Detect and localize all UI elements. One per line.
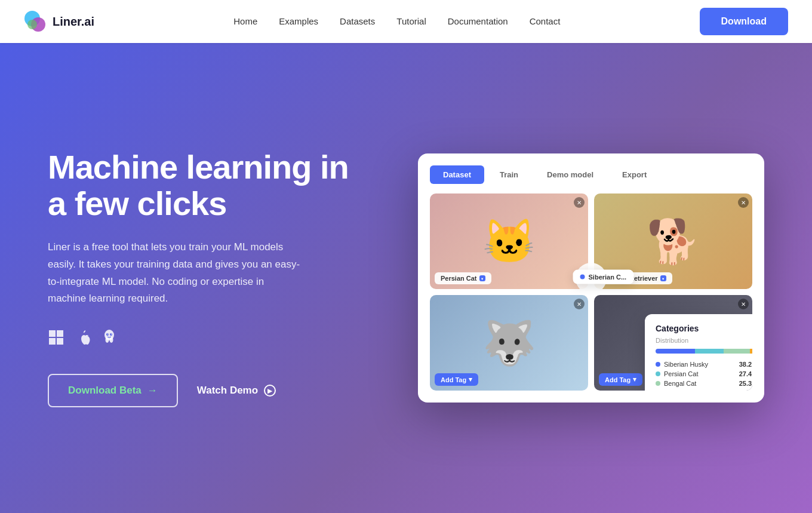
apple-icon	[75, 329, 91, 350]
hero-section: Machine learning in a few clicks Liner i…	[0, 43, 812, 513]
svg-point-13	[111, 334, 112, 335]
dist-seg-bengal	[724, 349, 750, 354]
add-tag-black-dog[interactable]: Add Tag ▾	[599, 373, 642, 386]
nav-home[interactable]: Home	[233, 16, 257, 26]
distribution-label: Distribution	[656, 337, 752, 344]
cat-row-0: Siberian Husky 38.2 %	[656, 361, 752, 368]
siberian-tooltip: Siberian C...	[573, 269, 634, 284]
app-mockup: Dataset Train Demo model Export 🐱 ✕ Pers…	[418, 153, 764, 403]
persian-cat-label: Persian Cat	[441, 275, 477, 282]
nav-documentation[interactable]: Documentation	[448, 16, 508, 26]
svg-rect-3	[49, 330, 56, 337]
cat-row-1: Persian Cat 27.4 %	[656, 370, 752, 377]
logo-icon	[24, 10, 47, 33]
play-icon: ▶	[264, 385, 276, 397]
add-tag-dropdown2-icon: ▾	[633, 376, 636, 383]
cat-pct-persian: 27.4 %	[739, 370, 752, 377]
cat-pct-bengal: 25.3 %	[739, 380, 752, 387]
hero-mockup: Dataset Train Demo model Export 🐱 ✕ Pers…	[358, 153, 764, 403]
watch-demo-label: Watch Demo	[197, 385, 258, 397]
dist-seg-golden	[750, 349, 752, 354]
svg-rect-6	[57, 338, 63, 345]
image-card-cat: 🐱 ✕ Persian Cat ▾	[430, 193, 588, 289]
nav-download-button[interactable]: Download	[700, 8, 788, 35]
watch-demo-button[interactable]: Watch Demo ▶	[197, 385, 276, 397]
cat-dot-husky	[656, 362, 660, 367]
siberian-label: Siberian C...	[589, 273, 627, 280]
cat-name-bengal: Bengal Cat	[656, 380, 739, 387]
siberian-dot	[580, 274, 585, 279]
nav-examples[interactable]: Examples	[279, 16, 318, 26]
cat-row-3: Golden Retriever 9.1 %	[656, 389, 752, 391]
cat-name-persian: Persian Cat	[656, 370, 739, 377]
close-cat[interactable]: ✕	[574, 197, 585, 208]
dist-seg-husky	[656, 349, 695, 354]
cat-dot-bengal	[656, 381, 660, 386]
add-tag-dropdown-icon: ▾	[469, 376, 472, 383]
brand-logo[interactable]: Liner.ai	[24, 10, 94, 33]
download-beta-button[interactable]: Download Beta →	[48, 374, 178, 407]
svg-point-12	[107, 334, 109, 335]
cat-name-husky: Siberian Husky	[656, 361, 739, 368]
tag-persian-cat[interactable]: Persian Cat ▾	[435, 272, 491, 284]
brand-name: Liner.ai	[53, 15, 94, 29]
svg-point-8	[106, 337, 109, 343]
download-beta-label: Download Beta	[68, 385, 142, 397]
cat-pct-golden: 9.1 %	[743, 389, 752, 391]
categories-title: Categories	[656, 324, 752, 333]
close-husky[interactable]: ✕	[574, 299, 585, 309]
distribution-bar	[656, 349, 752, 354]
add-tag-black-dog-label: Add Tag	[605, 376, 630, 383]
hero-actions: Download Beta → Watch Demo ▶	[48, 374, 358, 407]
close-black-dog[interactable]: ✕	[738, 299, 749, 309]
tab-dataset[interactable]: Dataset	[430, 165, 484, 184]
image-card-husky: 🐺 ✕ Add Tag ▾ Prediction Husky 71%	[430, 295, 588, 391]
linux-icon	[102, 329, 117, 350]
tab-demo-model[interactable]: Demo model	[534, 165, 607, 184]
add-tag-husky[interactable]: Add Tag ▾	[435, 373, 478, 386]
tab-export[interactable]: Export	[609, 165, 660, 184]
download-beta-arrow: →	[147, 385, 158, 397]
image-card-black-dog: 🐾 ✕ Add Tag ▾ Categories Distribution	[594, 295, 752, 391]
svg-point-2	[27, 20, 37, 29]
categories-card: Categories Distribution Siberian Husky	[645, 314, 752, 391]
os-icons	[48, 329, 358, 350]
nav-tutorial[interactable]: Tutorial	[396, 16, 426, 26]
tab-train[interactable]: Train	[487, 165, 531, 184]
nav-datasets[interactable]: Datasets	[340, 16, 375, 26]
close-golden[interactable]: ✕	[738, 197, 749, 208]
mockup-tabs: Dataset Train Demo model Export	[430, 165, 752, 184]
add-tag-husky-label: Add Tag	[441, 376, 466, 383]
persian-cat-dropdown[interactable]: ▾	[479, 275, 485, 281]
dist-seg-persian	[695, 349, 724, 354]
svg-rect-5	[49, 338, 56, 345]
cat-dot-persian	[656, 371, 660, 376]
cat-name-golden: Golden Retriever	[656, 389, 743, 391]
nav-contact[interactable]: Contact	[530, 16, 561, 26]
svg-point-9	[110, 337, 113, 343]
navbar: Liner.ai Home Examples Datasets Tutorial…	[0, 0, 812, 43]
hero-title: Machine learning in a few clicks	[48, 149, 358, 222]
hero-content: Machine learning in a few clicks Liner i…	[48, 149, 358, 408]
cat-row-2: Bengal Cat 25.3 %	[656, 380, 752, 387]
cat-pct-husky: 38.2 %	[739, 361, 752, 368]
golden-retriever-dropdown[interactable]: ▾	[660, 275, 666, 281]
windows-icon	[48, 329, 64, 350]
nav-links: Home Examples Datasets Tutorial Document…	[233, 16, 560, 27]
svg-rect-4	[57, 330, 63, 337]
hero-subtitle: Liner is a free tool that lets you train…	[48, 239, 304, 308]
